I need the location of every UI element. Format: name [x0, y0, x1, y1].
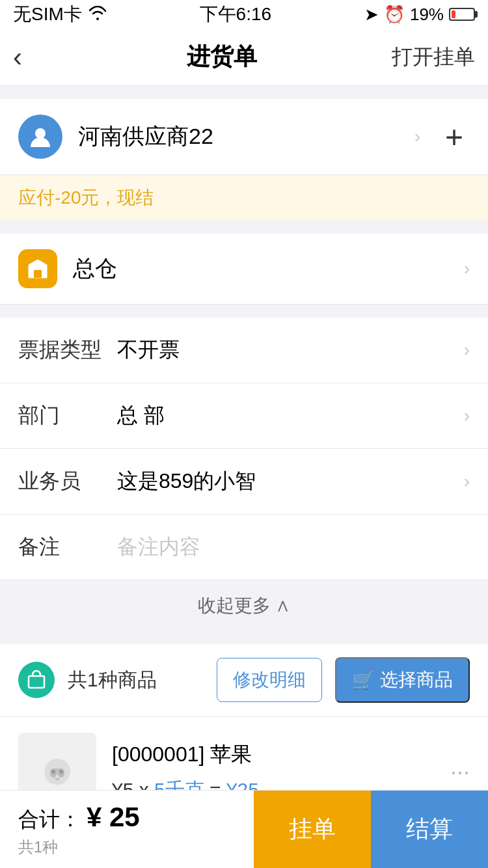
status-bar: 无SIM卡 下午6:16 ➤ ⏰ 19% — [0, 0, 488, 29]
invoice-label: 票据类型 — [18, 336, 109, 364]
warehouse-icon — [18, 249, 57, 288]
supplier-row[interactable]: 河南供应商22 › + — [0, 99, 488, 175]
product-count-label: 共1种商品 — [68, 667, 204, 694]
remark-label: 备注 — [18, 533, 109, 562]
warehouse-row[interactable]: 总仓 › — [0, 234, 488, 305]
page-title: 进货单 — [187, 41, 257, 73]
product-name: [0000001] 苹果 — [112, 740, 435, 769]
supplier-chevron-icon: › — [414, 126, 420, 147]
time-text: 下午6:16 — [200, 2, 272, 27]
edit-detail-button[interactable]: 修改明细 — [217, 658, 322, 702]
carrier-text: 无SIM卡 — [13, 2, 82, 27]
invoice-value: 不开票 — [117, 336, 454, 364]
bottom-bar: 合计： ¥ 25 共1种 挂单 结算 — [0, 790, 488, 868]
hang-button[interactable]: 挂单 — [254, 791, 371, 869]
notice-banner: 应付-20元，现结 — [0, 175, 488, 221]
more-options-button[interactable]: ··· — [450, 758, 470, 785]
battery-icon — [449, 8, 475, 21]
dept-row[interactable]: 部门 总 部 › — [0, 383, 488, 449]
staff-chevron-icon: › — [464, 471, 470, 492]
svg-point-7 — [51, 770, 55, 774]
invoice-chevron-icon: › — [464, 340, 470, 360]
total-row: 合计： ¥ 25 — [18, 802, 236, 834]
staff-value: 这是859的小智 — [117, 467, 454, 496]
location-icon: ➤ — [364, 5, 379, 25]
select-product-label: 选择商品 — [380, 668, 453, 692]
svg-point-0 — [35, 128, 46, 139]
dept-value: 总 部 — [117, 401, 454, 430]
back-button[interactable]: ‹ — [13, 42, 52, 73]
status-right: ➤ ⏰ 19% — [364, 5, 475, 25]
total-amount: ¥ 25 — [87, 802, 140, 832]
checkout-button[interactable]: 结算 — [371, 791, 488, 869]
staff-label: 业务员 — [18, 467, 109, 496]
staff-row[interactable]: 业务员 这是859的小智 › — [0, 449, 488, 515]
product-title: 苹果 — [210, 742, 252, 766]
nav-bar: ‹ 进货单 打开挂单 — [0, 29, 488, 86]
warehouse-chevron-icon: › — [464, 258, 470, 279]
alarm-icon: ⏰ — [384, 5, 405, 25]
svg-rect-2 — [29, 676, 44, 688]
svg-rect-1 — [34, 270, 42, 278]
dept-chevron-icon: › — [464, 405, 470, 426]
total-label: 合计： — [18, 807, 81, 831]
cart-icon: 🛒 — [352, 670, 375, 691]
supplier-section: 河南供应商22 › + 应付-20元，现结 — [0, 99, 488, 221]
product-code: [0000001] — [112, 742, 210, 766]
product-count-icon — [18, 662, 55, 698]
form-section: 票据类型 不开票 › 部门 总 部 › 业务员 这是859的小智 › 备注 备注… — [0, 318, 488, 580]
wifi-icon — [88, 4, 107, 25]
total-section: 合计： ¥ 25 共1种 — [0, 802, 254, 858]
supplier-name: 河南供应商22 — [78, 122, 404, 152]
battery-percent: 19% — [410, 5, 444, 25]
product-header: 共1种商品 修改明细 🛒 选择商品 — [0, 644, 488, 716]
warehouse-name: 总仓 — [73, 254, 454, 284]
status-left: 无SIM卡 — [13, 2, 107, 27]
remark-row[interactable]: 备注 备注内容 — [0, 515, 488, 580]
dept-label: 部门 — [18, 401, 109, 430]
invoice-row[interactable]: 票据类型 不开票 › — [0, 318, 488, 383]
open-hang-button[interactable]: 打开挂单 — [392, 43, 475, 72]
remark-input[interactable]: 备注内容 — [117, 533, 470, 562]
add-supplier-button[interactable]: + — [439, 119, 470, 155]
supplier-avatar — [18, 115, 62, 159]
select-product-button[interactable]: 🛒 选择商品 — [335, 657, 470, 703]
collapse-button[interactable]: 收起更多 ∧ — [0, 580, 488, 631]
total-count: 共1种 — [18, 837, 236, 858]
svg-point-8 — [59, 770, 63, 774]
notice-text: 应付-20元，现结 — [18, 187, 154, 208]
